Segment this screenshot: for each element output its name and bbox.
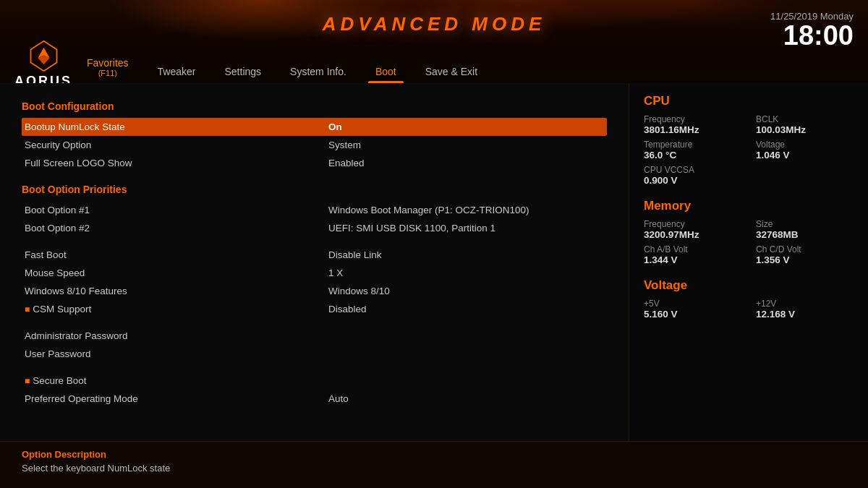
setting-numlock[interactable]: Bootup NumLock State On (22, 118, 607, 136)
numlock-value: On (328, 121, 342, 132)
setting-logo-show[interactable]: Full Screen LOGO Show Enabled (22, 154, 607, 172)
volt-12v: +12V 12.168 V (756, 299, 854, 320)
logo-show-value: Enabled (328, 158, 365, 168)
secure-boot-label: ■Secure Boot (25, 375, 328, 386)
logo-show-label: Full Screen LOGO Show (25, 158, 328, 168)
mem-size: Size 32768MB (756, 219, 854, 240)
cpu-vccsa: CPU VCCSA 0.900 V (644, 165, 741, 186)
secure-boot-star-icon: ■ (25, 376, 30, 386)
aorus-logo-icon (27, 40, 60, 72)
setting-boot2[interactable]: Boot Option #2 UEFI: SMI USB DISK 1100, … (22, 219, 607, 237)
setting-secure-boot[interactable]: ■Secure Boot (22, 372, 607, 390)
voltage-section: Voltage +5V 5.160 V +12V 12.168 V (644, 278, 854, 320)
boot1-value: Windows Boot Manager (P1: OCZ-TRION100) (328, 205, 529, 215)
admin-pw-label: Administrator Password (25, 330, 328, 341)
cpu-vccsa-value: 0.900 V (644, 175, 741, 186)
security-value: System (328, 140, 361, 150)
fast-boot-value: Disable Link (328, 249, 382, 260)
bottom-bar: Option Description Select the keyboard N… (0, 441, 868, 488)
cpu-frequency: Frequency 3801.16MHz (644, 114, 741, 135)
boot-config-header: Boot Configuration (22, 100, 607, 112)
cpu-bclk-label: BCLK (756, 114, 854, 124)
setting-boot1[interactable]: Boot Option #1 Windows Boot Manager (P1:… (22, 201, 607, 219)
mem-freq: Frequency 3200.97MHz (644, 219, 741, 240)
setting-user-pw[interactable]: User Password (22, 345, 607, 363)
mem-freq-label: Frequency (644, 219, 741, 229)
memory-grid: Frequency 3200.97MHz Size 32768MB Ch A/B… (644, 219, 854, 265)
pref-os-value: Auto (328, 393, 349, 404)
option-desc-label: Option Description (22, 449, 846, 460)
boot-priorities-header: Boot Option Priorities (22, 184, 607, 195)
setting-csm[interactable]: ■CSM Support Disabled (22, 300, 607, 318)
time-display: 18:00 (783, 20, 854, 51)
volt-5v-label: +5V (644, 299, 741, 309)
volt-5v-value: 5.160 V (644, 309, 741, 320)
setting-mouse-speed[interactable]: Mouse Speed 1 X (22, 264, 607, 282)
csm-value: Disabled (328, 304, 367, 314)
csm-star-icon: ■ (25, 304, 30, 314)
csm-label: ■CSM Support (25, 304, 328, 314)
mem-ab-label: Ch A/B Volt (644, 244, 741, 254)
memory-section: Memory Frequency 3200.97MHz Size 32768MB… (644, 199, 854, 265)
volt-12v-value: 12.168 V (756, 309, 854, 320)
numlock-label: Bootup NumLock State (25, 121, 328, 132)
voltage-grid: +5V 5.160 V +12V 12.168 V (644, 299, 854, 320)
left-panel: Boot Configuration Bootup NumLock State … (0, 83, 629, 441)
cpu-volt-value: 1.046 V (756, 150, 854, 160)
cpu-freq-label: Frequency (644, 114, 741, 124)
nav-bar: Favorites (F11) Tweaker Settings System … (72, 51, 868, 83)
mouse-speed-label: Mouse Speed (25, 267, 328, 278)
setting-pref-os[interactable]: Preferred Operating Mode Auto (22, 390, 607, 408)
cpu-grid: Frequency 3801.16MHz BCLK 100.03MHz Temp… (644, 114, 854, 186)
volt-5v: +5V 5.160 V (644, 299, 741, 320)
win810-label: Windows 8/10 Features (25, 286, 328, 296)
volt-12v-label: +12V (756, 299, 854, 309)
setting-admin-pw[interactable]: Administrator Password (22, 327, 607, 345)
mem-ab-value: 1.344 V (644, 254, 741, 265)
cpu-freq-value: 3801.16MHz (644, 124, 741, 135)
boot2-label: Boot Option #2 (25, 223, 328, 234)
nav-settings[interactable]: Settings (210, 60, 276, 83)
setting-security[interactable]: Security Option System (22, 136, 607, 154)
mem-cd-value: 1.356 V (756, 254, 854, 265)
mouse-speed-value: 1 X (328, 267, 343, 278)
logo-text: AORUS (14, 74, 72, 83)
mem-size-label: Size (756, 219, 854, 229)
option-desc-text: Select the keyboard NumLock state (22, 463, 846, 474)
boot2-value: UEFI: SMI USB DISK 1100, Partition 1 (328, 223, 495, 234)
mem-size-value: 32768MB (756, 229, 854, 240)
security-label: Security Option (25, 140, 328, 150)
top-banner: AORUS ADVANCED MODE 11/25/2019 Monday 18… (0, 0, 868, 83)
nav-system-info[interactable]: System Info. (276, 60, 361, 83)
page-title: ADVANCED MODE (323, 13, 546, 35)
setting-fast-boot[interactable]: Fast Boot Disable Link (22, 246, 607, 264)
voltage-title: Voltage (644, 278, 854, 293)
win810-value: Windows 8/10 (328, 286, 390, 296)
cpu-title: CPU (644, 94, 854, 108)
boot1-label: Boot Option #1 (25, 205, 328, 215)
user-pw-label: User Password (25, 348, 328, 359)
mem-cd-label: Ch C/D Volt (756, 244, 854, 254)
nav-boot[interactable]: Boot (361, 60, 411, 83)
mem-ch-cd: Ch C/D Volt 1.356 V (756, 244, 854, 265)
fast-boot-label: Fast Boot (25, 249, 328, 260)
right-panel: CPU Frequency 3801.16MHz BCLK 100.03MHz … (629, 83, 868, 441)
memory-title: Memory (644, 199, 854, 213)
cpu-temp: Temperature 36.0 °C (644, 140, 741, 160)
cpu-voltage: Voltage 1.046 V (756, 140, 854, 160)
cpu-temp-value: 36.0 °C (644, 150, 741, 160)
main-content: Boot Configuration Bootup NumLock State … (0, 83, 868, 441)
cpu-volt-label: Voltage (756, 140, 854, 150)
nav-favorites[interactable]: Favorites (F11) (72, 51, 143, 83)
datetime-area: 11/25/2019 Monday 18:00 (770, 11, 854, 49)
cpu-vccsa-label: CPU VCCSA (644, 165, 741, 175)
setting-win810[interactable]: Windows 8/10 Features Windows 8/10 (22, 282, 607, 300)
cpu-section: CPU Frequency 3801.16MHz BCLK 100.03MHz … (644, 94, 854, 186)
cpu-bclk-value: 100.03MHz (756, 124, 854, 135)
nav-save-exit[interactable]: Save & Exit (411, 60, 492, 83)
cpu-temp-label: Temperature (644, 140, 741, 150)
logo-area: AORUS (14, 40, 72, 83)
cpu-bclk: BCLK 100.03MHz (756, 114, 854, 135)
pref-os-label: Preferred Operating Mode (25, 393, 328, 404)
nav-tweaker[interactable]: Tweaker (143, 60, 210, 83)
